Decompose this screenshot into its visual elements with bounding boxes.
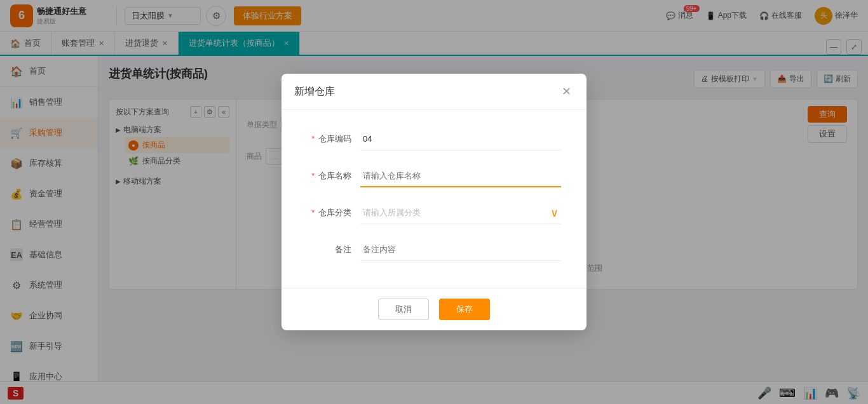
required-star-code: * <box>311 134 315 144</box>
modal-title: 新增仓库 <box>294 85 335 98</box>
required-star-category: * <box>311 208 315 217</box>
modal-body: * 仓库编码 * 仓库名称 * 仓库分类 请输入所属 <box>281 110 587 288</box>
warehouse-note-input[interactable] <box>360 238 561 261</box>
modal-close-button[interactable]: ✕ <box>559 84 574 99</box>
warehouse-name-input[interactable] <box>360 165 561 187</box>
warehouse-code-label: * 仓库编码 <box>307 133 351 145</box>
modal-footer: 取消 保存 <box>281 288 587 330</box>
required-star-name: * <box>311 171 315 180</box>
modal-header: 新增仓库 ✕ <box>281 74 587 110</box>
warehouse-note-row: 备注 <box>307 238 561 261</box>
category-dropdown-icon: ∨ <box>550 206 559 220</box>
warehouse-category-row: * 仓库分类 请输入所属分类 ∨ <box>307 201 561 224</box>
warehouse-category-label: * 仓库分类 <box>307 207 351 219</box>
warehouse-name-label: * 仓库名称 <box>307 170 351 182</box>
warehouse-name-row: * 仓库名称 <box>307 165 561 187</box>
modal-overlay: 新增仓库 ✕ * 仓库编码 * 仓库名称 <box>0 0 868 404</box>
warehouse-code-row: * 仓库编码 <box>307 128 561 151</box>
warehouse-note-label: 备注 <box>307 244 351 255</box>
save-button[interactable]: 保存 <box>439 299 490 320</box>
warehouse-category-placeholder: 请输入所属分类 <box>363 207 421 219</box>
cancel-button[interactable]: 取消 <box>378 299 429 320</box>
warehouse-code-input[interactable] <box>360 128 561 151</box>
warehouse-category-select[interactable]: 请输入所属分类 ∨ <box>360 201 561 224</box>
add-warehouse-modal: 新增仓库 ✕ * 仓库编码 * 仓库名称 <box>281 74 587 330</box>
